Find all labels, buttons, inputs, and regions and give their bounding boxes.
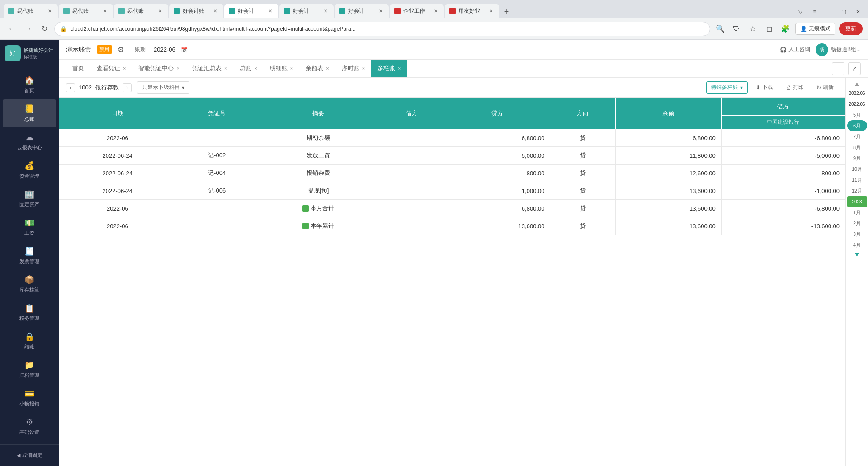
tab-9[interactable]: 用友好业 ✕ — [445, 4, 499, 18]
tab-close-sequence[interactable]: × — [362, 66, 365, 71]
timeline-month-3[interactable]: 3月 — [847, 229, 867, 240]
sidebar-item-invoice[interactable]: 🧾 发票管理 — [3, 242, 56, 269]
prev-account-button[interactable]: ‹ — [66, 83, 75, 92]
tab-smart-voucher[interactable]: 智能凭证中心 × — [132, 60, 185, 78]
tab-close-9[interactable]: ✕ — [487, 7, 495, 14]
voucher-link[interactable]: 记-002 — [208, 152, 226, 159]
timeline-month-1[interactable]: 1月 — [847, 207, 867, 218]
sidebar-item-fund[interactable]: 💰 资金管理 — [3, 156, 56, 184]
timeline-month-10[interactable]: 10月 — [847, 164, 867, 174]
tab-close-smart-voucher[interactable]: × — [176, 66, 179, 71]
tab-8[interactable]: 企业工作 ✕ — [390, 4, 444, 18]
tab-sequence[interactable]: 序时账 × — [335, 60, 371, 78]
sidebar-item-general-ledger[interactable]: 📒 总账 — [3, 99, 56, 127]
tab-voucher-summary[interactable]: 凭证汇总表 × — [186, 60, 233, 78]
forward-button[interactable]: → — [22, 23, 34, 35]
tab-close-voucher[interactable]: × — [123, 66, 126, 71]
sidebar-item-archive[interactable]: 📁 归档管理 — [3, 356, 56, 383]
sidebar-item-home[interactable]: 🏠 首页 — [3, 71, 56, 99]
tab-5[interactable]: 好会计 ✕ — [224, 4, 278, 18]
tab-home[interactable]: 首页 — [66, 60, 90, 78]
tab-4[interactable]: 好会计账 ✕ — [169, 4, 223, 18]
tab-detail[interactable]: 明细账 × — [264, 60, 299, 78]
extension-button[interactable]: 🧩 — [779, 23, 792, 35]
sidebar-item-expense[interactable]: 💳 小畅报销 — [3, 384, 56, 412]
fullscreen-button[interactable]: ⤢ — [848, 62, 861, 75]
voucher-link[interactable]: 记-006 — [208, 187, 226, 194]
timeline-month-8[interactable]: 8月 — [847, 142, 867, 153]
profile-button[interactable]: ◻ — [763, 23, 775, 35]
tab-close-2[interactable]: ✕ — [101, 7, 108, 14]
sidebar-item-fixed-assets[interactable]: 🏢 固定资产 — [3, 185, 56, 212]
timeline-month-9[interactable]: 9月 — [847, 153, 867, 164]
sidebar-item-tax[interactable]: 📋 税务管理 — [3, 299, 56, 326]
tab-close-6[interactable]: ✕ — [322, 7, 329, 14]
tab-close-multi-col[interactable]: × — [398, 66, 401, 71]
tab-menu-button[interactable]: ≡ — [808, 5, 821, 18]
print-button[interactable]: 🖨 打印 — [781, 82, 808, 93]
tab-close-1[interactable]: ✕ — [46, 7, 53, 14]
calendar-icon[interactable]: 📅 — [181, 47, 188, 53]
search-button[interactable]: 🔍 — [714, 23, 726, 35]
tab-general[interactable]: 总账 × — [233, 60, 263, 78]
timeline-year-2023[interactable]: 2023 — [847, 196, 867, 207]
timeline-month-11[interactable]: 11月 — [847, 174, 867, 185]
stealth-button[interactable]: 👤 无痕模式 — [795, 23, 835, 35]
refresh-button[interactable]: ↻ — [38, 23, 51, 35]
window-restore-button[interactable]: ▢ — [837, 5, 850, 18]
collapse-tabs-button[interactable]: ─ — [832, 62, 844, 75]
tab-close-3[interactable]: ✕ — [156, 7, 164, 14]
shield-button[interactable]: 🛡 — [730, 23, 743, 35]
sidebar-item-payroll[interactable]: 💵 工资 — [3, 213, 56, 241]
sidebar-item-closing[interactable]: 🔒 结账 — [3, 327, 56, 355]
url-bar[interactable]: 🔒 cloud2.chanjet.com/accounting/uh26t264… — [54, 22, 710, 36]
sidebar-collapse-button[interactable]: ◀ 取消固定 — [3, 448, 56, 462]
sidebar-item-guide[interactable]: 📖 新手引导 — [3, 441, 56, 444]
tab-3[interactable]: 易代账 ✕ — [114, 4, 168, 18]
update-button[interactable]: 更新 — [839, 22, 863, 35]
timeline-month-4[interactable]: 4月 — [847, 240, 867, 250]
settings-gear-icon[interactable]: ⚙ — [118, 45, 124, 54]
tab-multi-col[interactable]: 多栏账 × — [371, 60, 407, 78]
refresh-table-button[interactable]: ↻ 刷新 — [812, 82, 838, 93]
sidebar-item-inventory[interactable]: 📦 库存核算 — [3, 270, 56, 298]
timeline-scroll-down[interactable]: ▼ — [850, 250, 864, 259]
download-button[interactable]: ⬇ 下载 — [751, 82, 778, 93]
tab-close-detail[interactable]: × — [290, 66, 293, 71]
timeline-month-2[interactable]: 2月 — [847, 218, 867, 229]
bookmark-button[interactable]: ☆ — [746, 23, 759, 35]
timeline-period-2[interactable]: 2022.06 — [847, 99, 867, 109]
back-button[interactable]: ← — [5, 23, 18, 35]
tab-close-balance[interactable]: × — [326, 66, 329, 71]
sidebar-item-settings[interactable]: ⚙ 基础设置 — [3, 413, 56, 440]
special-multi-col-button[interactable]: 特殊多栏账 ▾ — [706, 81, 748, 94]
timeline-period-1[interactable]: 2022.06 — [847, 88, 867, 99]
tab-close-4[interactable]: ✕ — [212, 7, 219, 14]
tab-close-general[interactable]: × — [254, 66, 257, 71]
tab-close-7[interactable]: ✕ — [377, 7, 384, 14]
timeline-scroll-up[interactable]: ▲ — [850, 80, 864, 88]
next-account-button[interactable]: › — [123, 83, 132, 92]
tab-voucher[interactable]: 查看凭证 × — [90, 60, 132, 78]
show-sub-dropdown[interactable]: 只显示下级科目 ▾ — [137, 81, 189, 94]
window-close-button[interactable]: ✕ — [852, 5, 864, 18]
window-minimize-button[interactable]: ─ — [823, 5, 835, 18]
timeline-month-5[interactable]: 5月 — [847, 109, 867, 120]
service-button[interactable]: 🎧 人工咨询 — [780, 46, 810, 53]
voucher-link[interactable]: 记-004 — [208, 169, 226, 176]
tab-close-8[interactable]: ✕ — [432, 7, 439, 14]
tab-close-voucher-summary[interactable]: × — [224, 66, 227, 71]
timeline-month-12[interactable]: 12月 — [847, 185, 867, 196]
tab-1[interactable]: 易代账 ✕ — [4, 4, 58, 18]
timeline-month-7[interactable]: 7月 — [847, 131, 867, 142]
tab-6[interactable]: 好会计 ✕ — [279, 4, 334, 18]
timeline-month-6[interactable]: 6月 — [847, 120, 867, 131]
user-info[interactable]: 畅 畅捷通B组... — [816, 43, 861, 56]
tab-close-5[interactable]: ✕ — [267, 7, 274, 14]
tab-balance[interactable]: 余额表 × — [299, 60, 335, 78]
tab-7[interactable]: 好会计 ✕ — [335, 4, 389, 18]
tab-minimize-button[interactable]: ▽ — [794, 5, 807, 18]
new-tab-button[interactable]: + — [500, 5, 513, 18]
tab-2[interactable]: 易代账 ✕ — [59, 4, 113, 18]
sidebar-item-cloud-report[interactable]: ☁ 云报表中心 — [3, 128, 56, 155]
